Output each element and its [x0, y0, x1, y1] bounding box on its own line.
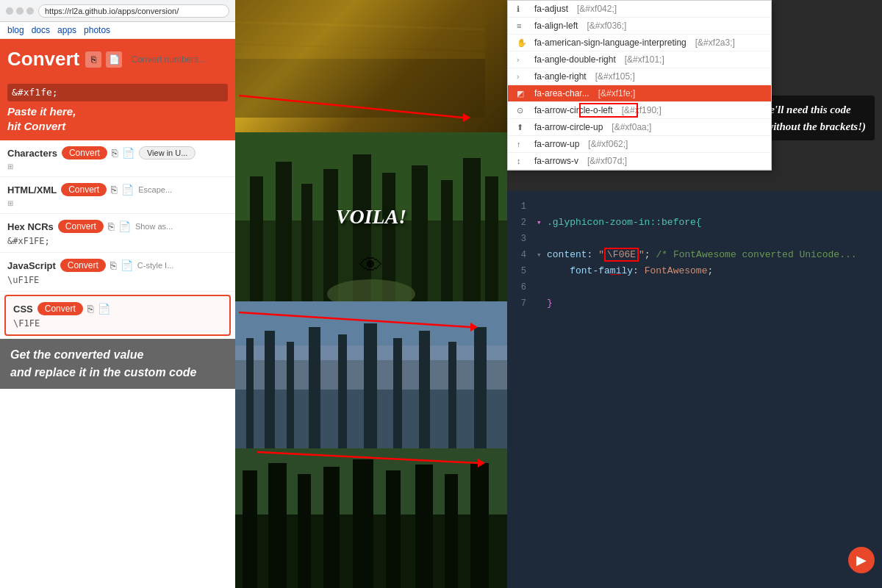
characters-label: Characters — [7, 148, 57, 159]
css-value: \F1FE — [13, 318, 222, 329]
svg-rect-10 — [323, 169, 338, 301]
svg-rect-41 — [470, 463, 489, 588]
dropdown-item-3[interactable]: › fa-angle-double-right [&#xf101;] — [508, 51, 771, 68]
dropdown-name-6: fa-arrow-circle-o-left — [534, 105, 613, 115]
dropdown-name-4: fa-angle-right — [534, 71, 587, 82]
arrows-v-icon: ↕ — [517, 157, 528, 165]
code-input-display[interactable]: &#xf1fe; — [7, 84, 228, 101]
red-circle-btn[interactable]: ▶ — [848, 547, 875, 573]
svg-rect-8 — [276, 162, 292, 301]
arrow-circle-up-icon: ⬆ — [517, 123, 528, 132]
svg-rect-30 — [474, 327, 487, 448]
css-convert-btn[interactable]: Convert — [37, 302, 83, 315]
line-num-4: 4 — [507, 247, 537, 263]
svg-rect-13 — [412, 165, 428, 301]
line-tri-4: ▾ — [537, 247, 547, 263]
nav-links: blog docs apps photos — [0, 22, 235, 39]
dropdown-code-6: [&#xf190;] — [622, 105, 662, 115]
css-label: CSS — [13, 304, 33, 315]
characters-copy-icon[interactable]: ⎘ — [112, 147, 118, 159]
right-panel: ℹ fa-adjust [&#xf042;] ≡ fa-align-left [… — [507, 0, 882, 588]
svg-rect-39 — [415, 465, 433, 588]
dropdown-item-2[interactable]: ✋ fa-american-sign-language-interpreting… — [508, 35, 771, 51]
hex-convert-btn[interactable]: Convert — [58, 220, 104, 233]
svg-rect-28 — [419, 331, 430, 448]
nav-apps[interactable]: apps — [57, 25, 76, 35]
html-grid-icon: ⊞ — [7, 199, 228, 207]
dropdown-code-5: [&#xf1fe;] — [598, 88, 636, 98]
line-content-4: content: "\F06E"; /* FontAwesome convert… — [547, 247, 857, 263]
browser-close[interactable] — [6, 7, 13, 15]
js-section: JavaScript Convert ⎘ 📄 C-style I... \uF1… — [0, 253, 235, 292]
characters-convert-btn[interactable]: Convert — [62, 146, 107, 159]
js-convert-btn[interactable]: Convert — [60, 259, 106, 272]
hands-image — [235, 0, 507, 132]
copy-icon-header[interactable]: ⎘ — [85, 51, 101, 68]
convert-header: Convert ⎘ 📄 Convert numbers... — [0, 39, 235, 79]
css-section: CSS Convert ⎘ 📄 \F1FE — [4, 295, 231, 336]
characters-file-icon[interactable]: 📄 — [122, 147, 135, 159]
svg-rect-27 — [393, 338, 402, 448]
css-file-icon[interactable]: 📄 — [98, 303, 110, 315]
angle-dbl-icon: › — [517, 56, 528, 64]
url-bar[interactable]: https://rl2a.github.io/apps/conversion/ — [38, 4, 229, 18]
svg-rect-7 — [250, 176, 263, 301]
dropdown-item-5[interactable]: ◩ fa-area-char... [&#xf1fe;] — [508, 85, 771, 102]
svg-rect-1 — [235, 59, 485, 118]
svg-rect-16 — [485, 176, 498, 301]
file-icon-header[interactable]: 📄 — [106, 51, 122, 68]
dropdown-name-7: fa-arrow-circle-up — [534, 122, 603, 132]
forest3-image — [235, 448, 507, 588]
dropdown-item-4[interactable]: › fa-angle-right [&#xf105;] — [508, 68, 771, 85]
code-line-7: 7 } — [507, 295, 882, 312]
dropdown-item-6[interactable]: ⊙ fa-arrow-circle-o-left [&#xf190;] — [508, 102, 771, 119]
dropdown-name-1: fa-align-left — [534, 21, 578, 31]
code-line-5: 5 font-family: FontAwesome; — [507, 263, 882, 279]
js-value: \uF1FE — [7, 275, 228, 285]
dropdown-item-9[interactable]: ↕ fa-arrows-v [&#xf07d;] — [508, 153, 771, 170]
browser-max[interactable] — [26, 7, 34, 15]
html-header: HTML/XML Convert ⎘ 📄 Escape... — [7, 183, 228, 196]
dropdown-item-7[interactable]: ⬆ fa-arrow-circle-up [&#xf0aa;] — [508, 119, 771, 136]
js-label: JavaScript — [7, 260, 56, 271]
code-editor: 1 2 ▾ .glyphicon-zoom-in::before{ 3 4 ▾ … — [507, 191, 882, 588]
nav-photos[interactable]: photos — [84, 25, 110, 35]
characters-view-btn[interactable]: View in U... — [139, 146, 196, 159]
line-content-7: } — [547, 295, 553, 312]
css-copy-icon[interactable]: ⎘ — [87, 303, 93, 315]
forest1-image: VOILA! 👁 — [235, 132, 507, 301]
dropdown-item-0[interactable]: ℹ fa-adjust [&#xf042;] — [508, 1, 771, 18]
html-convert-btn[interactable]: Convert — [61, 183, 107, 196]
hex-file-icon[interactable]: 📄 — [118, 220, 131, 232]
js-file-icon[interactable]: 📄 — [121, 259, 133, 271]
svg-rect-29 — [448, 342, 456, 448]
browser-min[interactable] — [16, 7, 24, 15]
arrow-up-icon: ↑ — [517, 140, 528, 148]
svg-rect-15 — [463, 158, 481, 301]
dropdown-code-0: [&#xf042;] — [577, 4, 617, 14]
dropdown-code-9: [&#xf07d;] — [587, 156, 627, 166]
dropdown-item-8[interactable]: ↑ fa-arrow-up [&#xf062;] — [508, 136, 771, 153]
right-dark-top: ℹ fa-adjust [&#xf042;] ≡ fa-align-left [… — [507, 0, 882, 191]
dropdown-code-8: [&#xf062;] — [588, 139, 628, 149]
html-file-icon[interactable]: 📄 — [121, 184, 134, 196]
css-header: CSS Convert ⎘ 📄 — [13, 302, 222, 315]
js-copy-icon[interactable]: ⎘ — [110, 259, 116, 271]
input-area: &#xf1fe; Paste it here,hit Convert — [0, 79, 235, 140]
forest2-image — [235, 301, 507, 448]
html-section: HTML/XML Convert ⎘ 📄 Escape... ⊞ — [0, 177, 235, 214]
center-panel: 📱 VOILA! — [235, 0, 507, 588]
svg-rect-26 — [364, 323, 377, 448]
nav-blog[interactable]: blog — [7, 25, 24, 35]
js-header: JavaScript Convert ⎘ 📄 C-style I... — [7, 259, 228, 272]
nav-docs[interactable]: docs — [32, 25, 50, 35]
html-copy-icon[interactable]: ⎘ — [111, 184, 117, 196]
angle-right-icon: › — [517, 73, 528, 81]
dropdown-code-7: [&#xf0aa;] — [612, 122, 651, 132]
hex-value: &#xF1FE; — [7, 236, 228, 246]
code-line-3: 3 — [507, 231, 882, 247]
svg-rect-37 — [353, 459, 373, 588]
hex-copy-icon[interactable]: ⎘ — [108, 220, 114, 232]
dropdown-item-1[interactable]: ≡ fa-align-left [&#xf036;] — [508, 18, 771, 35]
code-line-6: 6 — [507, 279, 882, 295]
